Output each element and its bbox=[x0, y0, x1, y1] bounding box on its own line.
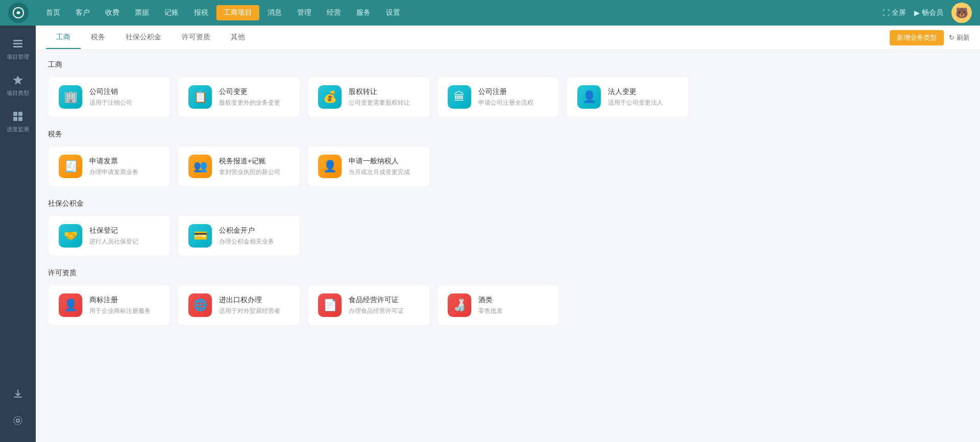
card-icon: 🍶 bbox=[448, 293, 471, 317]
nav-item-首页[interactable]: 首页 bbox=[39, 5, 67, 20]
tab-社保公积金[interactable]: 社保公积金 bbox=[115, 27, 172, 49]
service-card-公积金开户[interactable]: 💳公积金开户办理公积金相关业务 bbox=[178, 215, 300, 256]
nav-item-记账[interactable]: 记账 bbox=[157, 5, 186, 20]
sidebar-item-label: 进度监测 bbox=[7, 126, 29, 133]
nav-item-服务[interactable]: 服务 bbox=[349, 5, 378, 20]
nav-items: 首页客户收费票据记账报税工商项目消息管理经营服务设置 bbox=[39, 5, 883, 20]
card-title: 公积金开户 bbox=[219, 226, 274, 235]
nav-item-设置[interactable]: 设置 bbox=[379, 5, 407, 20]
service-card-商标注册[interactable]: 👤商标注册用于企业商标注册服务 bbox=[48, 285, 170, 326]
section-社保公积金: 社保公积金🤝社保登记进行人员社保登记💳公积金开户办理公积金相关业务 bbox=[48, 199, 968, 256]
card-icon: 📋 bbox=[188, 85, 212, 109]
fullscreen-button[interactable]: ⛶ 全屏 bbox=[883, 8, 906, 17]
card-desc: 进行人员社保登记 bbox=[89, 237, 138, 246]
card-text: 税务报道+记账拿到营业执照的新公司 bbox=[219, 157, 280, 177]
nav-item-消息[interactable]: 消息 bbox=[260, 5, 289, 20]
sidebar-item-label: 项目类型 bbox=[7, 89, 29, 97]
card-title: 申请发票 bbox=[89, 157, 138, 166]
section-title: 工商 bbox=[48, 60, 968, 69]
service-card-公司注销[interactable]: 🏢公司注销适用于注销公司 bbox=[48, 77, 170, 117]
nav-item-报税[interactable]: 报税 bbox=[187, 5, 215, 20]
nav-item-票据[interactable]: 票据 bbox=[128, 5, 156, 20]
section-许可资质: 许可资质👤商标注册用于企业商标注册服务🌐进出口权办理适用于对外贸易经营者📄食品经… bbox=[48, 268, 968, 326]
refresh-label: 刷新 bbox=[957, 33, 970, 42]
card-icon: 👤 bbox=[577, 85, 601, 109]
svg-rect-5 bbox=[18, 112, 22, 116]
svg-rect-0 bbox=[13, 40, 22, 41]
new-type-button[interactable]: 新增业务类型 bbox=[890, 30, 944, 45]
card-text: 法人变更适用于公司变更法人 bbox=[608, 87, 663, 107]
svg-rect-4 bbox=[13, 112, 17, 116]
tab-其他[interactable]: 其他 bbox=[220, 27, 255, 49]
card-desc: 办理申请发票业务 bbox=[89, 168, 138, 177]
nav-item-经营[interactable]: 经营 bbox=[320, 5, 348, 20]
card-icon: 👤 bbox=[318, 155, 341, 178]
card-icon: 🧾 bbox=[59, 155, 82, 178]
service-card-税务报道+记账[interactable]: 👥税务报道+记账拿到营业执照的新公司 bbox=[178, 146, 300, 187]
card-text: 公积金开户办理公积金相关业务 bbox=[219, 226, 274, 246]
tab-bar-right: 新增业务类型 ↻ 刷新 bbox=[890, 30, 970, 45]
card-text: 公司注销适用于注销公司 bbox=[89, 87, 132, 107]
card-icon: 🤝 bbox=[59, 224, 82, 248]
card-desc: 申请公司注册全流程 bbox=[478, 99, 533, 107]
card-desc: 适用于公司变更法人 bbox=[608, 99, 663, 107]
card-title: 申请一般纳税人 bbox=[349, 157, 410, 166]
service-card-公司注册[interactable]: 🏛公司注册申请公司注册全流程 bbox=[437, 77, 559, 117]
cards-grid: 🧾申请发票办理申请发票业务👥税务报道+记账拿到营业执照的新公司👤申请一般纳税人当… bbox=[48, 146, 968, 187]
card-desc: 公司变更需要股权转让 bbox=[349, 99, 410, 107]
card-text: 商标注册用于企业商标注册服务 bbox=[89, 296, 151, 315]
mascot-icon: 🐻 bbox=[951, 3, 972, 23]
card-text: 申请一般纳税人当月或次月成变更完成 bbox=[349, 157, 410, 177]
svg-rect-1 bbox=[13, 43, 22, 44]
service-card-法人变更[interactable]: 👤法人变更适用于公司变更法人 bbox=[567, 77, 689, 117]
tab-许可资质[interactable]: 许可资质 bbox=[172, 27, 220, 49]
svg-rect-6 bbox=[13, 117, 17, 121]
sidebar-item-label: 项目管理 bbox=[7, 53, 29, 61]
top-nav-right: ⛶ 全屏 ▶ 畅会员 🐻 bbox=[883, 3, 972, 23]
nav-item-收费[interactable]: 收费 bbox=[98, 5, 127, 20]
card-desc: 股权变更外的业务变更 bbox=[219, 99, 280, 107]
service-card-申请发票[interactable]: 🧾申请发票办理申请发票业务 bbox=[48, 146, 170, 187]
settings-icon bbox=[11, 413, 25, 428]
nav-item-管理[interactable]: 管理 bbox=[290, 5, 318, 20]
member-button[interactable]: ▶ 畅会员 bbox=[914, 8, 943, 17]
top-navigation: 首页客户收费票据记账报税工商项目消息管理经营服务设置 ⛶ 全屏 ▶ 畅会员 🐻 bbox=[0, 0, 980, 26]
service-card-进出口权办理[interactable]: 🌐进出口权办理适用于对外贸易经营者 bbox=[178, 285, 300, 326]
service-card-公司变更[interactable]: 📋公司变更股权变更外的业务变更 bbox=[178, 77, 300, 117]
svg-point-8 bbox=[16, 419, 19, 422]
sidebar-download[interactable] bbox=[0, 381, 36, 407]
cards-grid: 👤商标注册用于企业商标注册服务🌐进出口权办理适用于对外贸易经营者📄食品经营许可证… bbox=[48, 285, 968, 326]
card-desc: 零售批发 bbox=[478, 307, 503, 315]
nav-item-客户[interactable]: 客户 bbox=[68, 5, 97, 20]
card-text: 公司注册申请公司注册全流程 bbox=[478, 87, 533, 107]
sidebar-bottom bbox=[0, 381, 36, 442]
sidebar-item-project-type[interactable]: 项目类型 bbox=[0, 67, 36, 103]
card-icon: 👤 bbox=[59, 293, 82, 317]
card-text: 公司变更股权变更外的业务变更 bbox=[219, 87, 280, 107]
card-text: 进出口权办理适用于对外贸易经营者 bbox=[219, 296, 280, 315]
card-text: 食品经营许可证办理食品经营许可证 bbox=[349, 296, 404, 315]
project-management-icon bbox=[11, 37, 25, 51]
tab-税务[interactable]: 税务 bbox=[81, 27, 115, 49]
service-card-酒类[interactable]: 🍶酒类零售批发 bbox=[437, 285, 559, 326]
section-工商: 工商🏢公司注销适用于注销公司📋公司变更股权变更外的业务变更💰股权转让公司变更需要… bbox=[48, 60, 968, 117]
tab-工商[interactable]: 工商 bbox=[46, 27, 81, 49]
sidebar-settings[interactable] bbox=[0, 407, 36, 434]
service-card-申请一般纳税人[interactable]: 👤申请一般纳税人当月或次月成变更完成 bbox=[307, 146, 430, 187]
tab-bar: 工商税务社保公积金许可资质其他 新增业务类型 ↻ 刷新 bbox=[36, 26, 980, 50]
card-desc: 用于企业商标注册服务 bbox=[89, 307, 151, 315]
service-card-食品经营许可证[interactable]: 📄食品经营许可证办理食品经营许可证 bbox=[307, 285, 430, 326]
service-card-社保登记[interactable]: 🤝社保登记进行人员社保登记 bbox=[48, 215, 170, 256]
service-card-股权转让[interactable]: 💰股权转让公司变更需要股权转让 bbox=[307, 77, 430, 117]
card-title: 商标注册 bbox=[89, 296, 151, 305]
card-text: 社保登记进行人员社保登记 bbox=[89, 226, 138, 246]
refresh-button[interactable]: ↻ 刷新 bbox=[949, 33, 970, 42]
card-title: 进出口权办理 bbox=[219, 296, 280, 305]
project-type-icon bbox=[11, 73, 25, 87]
nav-item-工商项目[interactable]: 工商项目 bbox=[216, 5, 259, 20]
card-title: 公司注销 bbox=[89, 87, 132, 96]
refresh-icon: ↻ bbox=[949, 34, 954, 41]
svg-point-9 bbox=[14, 416, 22, 425]
sidebar-item-project-management[interactable]: 项目管理 bbox=[0, 31, 36, 67]
sidebar-item-progress[interactable]: 进度监测 bbox=[0, 103, 36, 139]
